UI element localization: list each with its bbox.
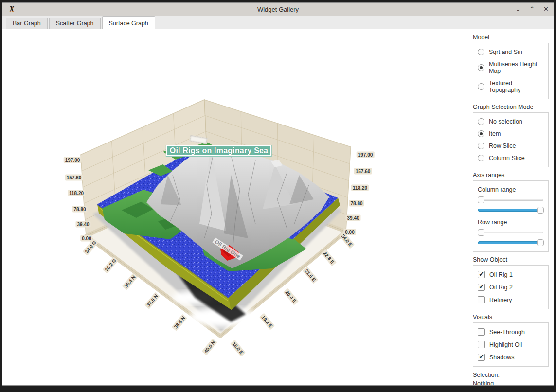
radio-sqrt-and-sin[interactable]: Sqrt and Sin <box>478 49 544 55</box>
model-groupbox: Sqrt and Sin Multiseries Height Map Text… <box>473 43 549 99</box>
visuals-section-label: Visuals <box>473 314 549 321</box>
tab-bar-graph[interactable]: Bar Graph <box>6 18 48 29</box>
surface-graph-page: Oil Rigs on Imaginary Sea Oil Rig One 19… <box>2 29 554 385</box>
radio-icon[interactable] <box>478 49 484 55</box>
radio-multiseries-height-map[interactable]: Multiseries Height Map <box>478 61 544 74</box>
window-title: Widget Gallery <box>2 6 554 13</box>
slider-groove[interactable] <box>478 232 543 233</box>
radio-label: Multiseries Height Map <box>489 61 544 74</box>
minimize-icon[interactable]: ⌄ <box>515 5 520 14</box>
radio-label: No selection <box>489 118 522 125</box>
slider-groove[interactable] <box>478 199 543 201</box>
radio-label: Row Slice <box>489 143 516 149</box>
slider-handle[interactable] <box>537 207 544 214</box>
model-section-label: Model <box>473 34 549 41</box>
surface-plot-scene[interactable]: Oil Rigs on Imaginary Sea Oil Rig One 19… <box>2 29 469 385</box>
checkbox-refinery[interactable]: Refinery <box>478 296 544 303</box>
show-object-section-label: Show Object <box>473 256 549 263</box>
checkbox-icon[interactable] <box>478 328 485 336</box>
axis-tick-label: 78.80 <box>72 206 87 213</box>
row-range-label: Row range <box>478 219 544 226</box>
column-range-block: Column range <box>478 186 544 214</box>
slider-handle[interactable] <box>537 239 544 246</box>
row-range-block: Row range <box>478 219 544 246</box>
checkbox-oil-rig-2[interactable]: Oil Rig 2 <box>478 284 544 291</box>
slider-handle[interactable] <box>478 229 484 236</box>
desktop: { "window": { "title": "Widget Gallery" … <box>0 0 556 392</box>
radio-label: Sqrt and Sin <box>489 49 522 55</box>
slider-groove[interactable] <box>478 241 543 244</box>
radio-icon[interactable] <box>478 155 484 161</box>
checkbox-label: See-Through <box>489 329 525 336</box>
radio-icon[interactable] <box>478 64 484 71</box>
axis-tick-label: 0.00 <box>80 235 92 242</box>
axis-tick-label: 157.60 <box>354 168 372 175</box>
checkbox-icon[interactable] <box>478 271 485 278</box>
axis-tick-label: 39.40 <box>345 215 360 221</box>
axis-tick-label: 157.60 <box>65 175 83 181</box>
radio-row-slice[interactable]: Row Slice <box>478 143 544 149</box>
row-range-min-slider[interactable] <box>478 229 544 236</box>
axis-tick-label: 197.00 <box>64 157 82 163</box>
axis-ranges-groupbox: Column range Row range <box>473 180 549 252</box>
show-object-groupbox: Oil Rig 1 Oil Rig 2 Refinery <box>473 265 549 309</box>
checkbox-see-through[interactable]: See-Through <box>478 328 544 336</box>
checkbox-label: Shadows <box>489 354 514 361</box>
radio-no-selection[interactable]: No selection <box>478 118 544 125</box>
app-icon: X <box>7 5 16 14</box>
visuals-groupbox: See-Through Highlight Oil Shadows <box>473 322 549 367</box>
checkbox-label: Oil Rig 2 <box>489 284 513 291</box>
control-panel: Model Sqrt and Sin Multiseries Height Ma… <box>473 33 549 385</box>
checkbox-highlight-oil[interactable]: Highlight Oil <box>478 341 544 348</box>
window-controls: ⌄ ⌃ ✕ <box>515 5 549 14</box>
radio-label: Textured Topography <box>489 80 544 93</box>
radio-label: Column Slice <box>489 155 525 161</box>
checkbox-label: Refinery <box>489 297 512 303</box>
checkbox-label: Oil Rig 1 <box>489 271 513 278</box>
close-icon[interactable]: ✕ <box>543 5 549 14</box>
axis-ranges-section-label: Axis ranges <box>473 172 549 178</box>
chart-title: Oil Rigs on Imaginary Sea <box>166 145 271 156</box>
radio-label: Item <box>489 130 501 137</box>
slider-handle[interactable] <box>478 196 484 203</box>
tab-scatter-graph[interactable]: Scatter Graph <box>49 18 101 29</box>
tab-bar: Bar Graph Scatter Graph Surface Graph <box>2 16 554 29</box>
axis-tick-label: 197.00 <box>357 152 375 158</box>
checkbox-icon[interactable] <box>478 284 485 291</box>
tab-surface-graph[interactable]: Surface Graph <box>102 16 155 29</box>
checkbox-oil-rig-1[interactable]: Oil Rig 1 <box>478 271 544 278</box>
radio-column-slice[interactable]: Column Slice <box>478 155 544 161</box>
selection-mode-section-label: Graph Selection Mode <box>473 104 549 110</box>
selection-mode-groupbox: No selection Item Row Slice Column Slice <box>473 112 549 167</box>
radio-icon[interactable] <box>478 143 484 149</box>
row-range-max-slider[interactable] <box>478 239 544 246</box>
maximize-icon[interactable]: ⌃ <box>529 5 535 14</box>
radio-icon[interactable] <box>478 130 484 137</box>
column-range-max-slider[interactable] <box>478 207 544 214</box>
radio-icon[interactable] <box>478 83 484 90</box>
checkbox-icon[interactable] <box>478 341 485 348</box>
axis-tick-label: 118.20 <box>351 185 369 191</box>
checkbox-icon[interactable] <box>478 354 485 361</box>
axis-tick-label: 78.80 <box>349 200 364 207</box>
axis-tick-label: 118.20 <box>68 190 85 196</box>
title-bar: X Widget Gallery ⌄ ⌃ ✕ <box>2 3 554 16</box>
checkbox-icon[interactable] <box>478 296 485 303</box>
radio-item[interactable]: Item <box>478 130 544 137</box>
app-window: X Widget Gallery ⌄ ⌃ ✕ Bar Graph Scatter… <box>2 3 554 385</box>
column-range-label: Column range <box>478 186 544 193</box>
selection-label: Selection: <box>473 372 549 378</box>
radio-textured-topography[interactable]: Textured Topography <box>478 80 544 93</box>
axis-tick-label: 39.40 <box>75 221 90 228</box>
slider-groove[interactable] <box>478 209 543 212</box>
checkbox-label: Highlight Oil <box>489 341 522 348</box>
checkbox-shadows[interactable]: Shadows <box>478 354 544 361</box>
radio-icon[interactable] <box>478 118 484 125</box>
column-range-min-slider[interactable] <box>478 196 544 203</box>
selection-value: Nothing <box>473 380 549 385</box>
